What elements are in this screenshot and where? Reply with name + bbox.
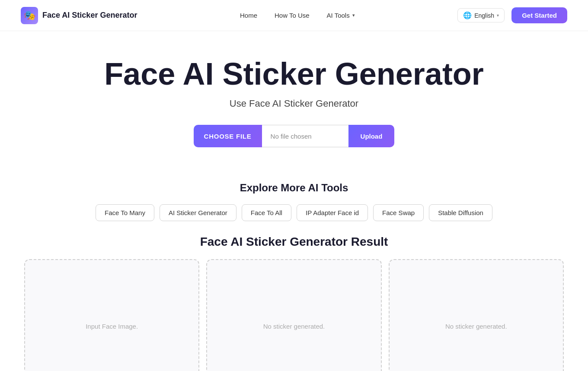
result-grid: Input Face Image. No sticker generated. … [21,259,567,371]
language-chevron-icon: ▾ [497,13,499,18]
nav-how-to-use-link[interactable]: How To Use [275,12,310,19]
no-file-text: No file chosen [271,133,312,140]
language-label: English [474,12,494,19]
globe-icon: 🌐 [463,11,472,19]
explore-title: Explore More AI Tools [21,182,567,194]
tool-face-swap[interactable]: Face Swap [373,204,424,221]
upload-button[interactable]: Upload [348,125,395,147]
nav-left: 🎭 Face AI Sticker Generator [21,7,137,24]
input-image-card: Input Face Image. [24,259,199,371]
result-card-2-label: No sticker generated. [445,323,507,330]
result-card-1-label: No sticker generated. [263,323,325,330]
chevron-down-icon: ▾ [352,13,355,18]
hero-section: Face AI Sticker Generator Use Face AI St… [0,31,588,182]
navbar: 🎭 Face AI Sticker Generator Home How To … [0,0,588,31]
result-title: Face AI Sticker Generator Result [21,235,567,249]
result-card-2: No sticker generated. [389,259,564,371]
page-subtitle: Use Face AI Sticker Generator [21,98,567,109]
result-card-1: No sticker generated. [206,259,381,371]
tool-stable-diffusion[interactable]: Stable Diffusion [429,204,492,221]
brand-name: Face AI Sticker Generator [42,11,137,20]
page-title: Face AI Sticker Generator [21,57,567,91]
tool-ip-adapter-face-id[interactable]: IP Adapter Face id [297,204,368,221]
input-card-label: Input Face Image. [86,323,138,330]
choose-file-button[interactable]: CHOOSE FILE [194,125,262,147]
tools-tags: Face To Many AI Sticker Generator Face T… [21,204,567,221]
get-started-button[interactable]: Get Started [511,7,567,23]
file-upload-row: CHOOSE FILE No file chosen Upload [21,125,567,147]
nav-right: 🌐 English ▾ Get Started [457,7,567,23]
nav-home-link[interactable]: Home [240,12,257,19]
nav-center: Home How To Use AI Tools ▾ [240,12,355,19]
logo-icon: 🎭 [21,7,38,24]
explore-section: Explore More AI Tools Face To Many AI St… [0,182,588,235]
tool-face-to-many[interactable]: Face To Many [96,204,154,221]
file-name-display: No file chosen [262,125,348,147]
tool-ai-sticker-generator[interactable]: AI Sticker Generator [160,204,236,221]
tool-face-to-all[interactable]: Face To All [242,204,291,221]
result-section: Face AI Sticker Generator Result Input F… [0,235,588,371]
nav-ai-tools-dropdown[interactable]: AI Tools ▾ [327,12,355,19]
language-selector[interactable]: 🌐 English ▾ [457,8,505,22]
nav-ai-tools-label: AI Tools [327,12,350,19]
